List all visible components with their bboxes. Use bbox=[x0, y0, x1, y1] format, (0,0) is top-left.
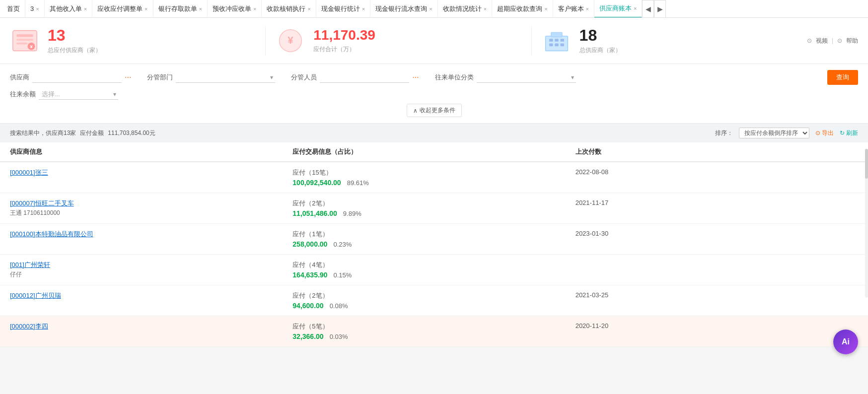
table-row: [001]广州荣轩 仔仔 应付（4笔） 164,635.90 0.15% bbox=[0, 255, 868, 285]
close-icon[interactable]: × bbox=[586, 6, 589, 12]
filter-balance: 往来余额 选择... bbox=[10, 89, 118, 100]
nav-tab-home[interactable]: 首页 bbox=[2, 0, 25, 18]
total-supplier-icon bbox=[542, 26, 572, 56]
ai-label: Ai bbox=[842, 337, 850, 346]
trans-row-5: 94,600.00 0.08% bbox=[292, 302, 575, 310]
close-icon[interactable]: × bbox=[253, 6, 256, 12]
trans-label-3: 应付（1笔） bbox=[292, 230, 575, 239]
nav-tab-cash-query[interactable]: 现金银行流水查询 × bbox=[370, 0, 437, 18]
nav-tab-cash-stat[interactable]: 现金银行统计 × bbox=[316, 0, 370, 18]
nav-tab-overdue-ar[interactable]: 超期应收款查询 × bbox=[492, 0, 553, 18]
supplier-link-6[interactable]: [000002]李四 bbox=[10, 322, 292, 331]
collapse-button[interactable]: ∧ 收起更多条件 bbox=[407, 104, 462, 117]
supplier-input[interactable] bbox=[32, 72, 122, 83]
trans-percent-5: 0.08% bbox=[330, 302, 348, 310]
trans-amount-5: 94,600.00 bbox=[292, 302, 323, 310]
dept-select[interactable] bbox=[176, 72, 275, 83]
close-icon[interactable]: × bbox=[634, 5, 637, 11]
trans-row-2: 11,051,486.00 9.89% bbox=[292, 209, 575, 217]
balance-select-wrapper: 选择... bbox=[39, 89, 118, 100]
nav-tab-home-label: 首页 bbox=[7, 4, 20, 13]
card2-label: 应付合计（万） bbox=[313, 45, 375, 54]
nav-tab-receipt-verify[interactable]: 收款核销执行 × bbox=[262, 0, 316, 18]
nav-tab-bank-deposit[interactable]: 银行存取款单 × bbox=[153, 0, 208, 18]
scrollbar-thumb[interactable] bbox=[865, 149, 868, 179]
lastpay-cell-6: 2020-11-20 bbox=[576, 322, 858, 329]
filter-supplier: 供应商 ··· bbox=[10, 72, 131, 83]
nav-next-arrow[interactable]: ▶ bbox=[654, 0, 666, 18]
card1-content: 13 总应付供应商（家） bbox=[48, 27, 101, 55]
nav-tab-supplier-ledger[interactable]: 供应商账本 × bbox=[594, 0, 642, 18]
filter-row-2: 往来余额 选择... bbox=[10, 89, 858, 100]
nav-tab-customer-label: 客户账本 bbox=[558, 4, 584, 13]
person-dots[interactable]: ··· bbox=[412, 73, 419, 82]
svg-rect-15 bbox=[551, 32, 562, 37]
summary-card-ap-suppliers: ¥ 13 总应付供应商（家） bbox=[10, 26, 266, 56]
result-amount-value: 111,703,854.00元 bbox=[108, 129, 155, 137]
svg-text:¥: ¥ bbox=[30, 44, 33, 49]
close-icon[interactable]: × bbox=[429, 6, 432, 12]
refresh-button[interactable]: ↻ 刷新 bbox=[840, 129, 858, 137]
nav-tab-3[interactable]: 3 × bbox=[25, 0, 45, 18]
ap-total-icon: ¥ bbox=[276, 26, 305, 56]
close-icon[interactable]: × bbox=[199, 6, 202, 12]
col-header-lastpay: 上次付数 bbox=[576, 147, 858, 156]
lastpay-cell-2: 2021-11-17 bbox=[576, 199, 858, 206]
close-icon[interactable]: × bbox=[307, 6, 310, 12]
trans-amount-1: 100,092,540.00 bbox=[292, 179, 341, 187]
nav-tab-ar-ap-adjust[interactable]: 应收应付调整单 × bbox=[92, 0, 153, 18]
sort-select[interactable]: 按应付余额倒序排序 bbox=[739, 128, 809, 138]
close-icon[interactable]: × bbox=[362, 6, 365, 12]
nav-prev-arrow[interactable]: ◀ bbox=[642, 0, 654, 18]
supplier-dots[interactable]: ··· bbox=[125, 73, 131, 82]
top-navigation: 首页 3 × 其他收入单 × 应收应付调整单 × 银行存取款单 × 预收冲应收单… bbox=[0, 0, 868, 18]
close-icon[interactable]: × bbox=[484, 6, 487, 12]
filter-person: 分管人员 ··· bbox=[291, 72, 419, 83]
collapse-icon: ∧ bbox=[413, 107, 418, 114]
category-select[interactable] bbox=[477, 72, 576, 83]
lastpay-cell-1: 2022-08-08 bbox=[576, 168, 858, 176]
table-row: [000012]广州贝瑞 应付（2笔） 94,600.00 0.08% 2021… bbox=[0, 285, 868, 316]
svg-rect-2 bbox=[16, 39, 33, 41]
nav-tab-other-income[interactable]: 其他收入单 × bbox=[45, 0, 92, 18]
supplier-link-1[interactable]: [000001]张三 bbox=[10, 168, 292, 177]
nav-tab-cash-query-label: 现金银行流水查询 bbox=[375, 4, 427, 13]
supplier-link-4[interactable]: [001]广州荣轩 bbox=[10, 261, 292, 269]
supplier-link-3[interactable]: [000100]本特勤油品有限公司 bbox=[10, 230, 292, 239]
nav-tab-customer-ledger[interactable]: 客户账本 × bbox=[553, 0, 594, 18]
help-link[interactable]: 帮助 bbox=[846, 37, 858, 45]
trans-percent-3: 0.23% bbox=[333, 241, 352, 248]
nav-tab-cash-stat-label: 现金银行统计 bbox=[321, 4, 360, 13]
lastpay-cell-5: 2021-03-25 bbox=[576, 291, 858, 299]
supplier-cell-6: [000002]李四 bbox=[10, 322, 292, 331]
balance-select[interactable]: 选择... bbox=[39, 89, 118, 100]
close-icon[interactable]: × bbox=[145, 6, 147, 12]
result-amount-label: 应付金额 bbox=[80, 129, 104, 137]
video-link[interactable]: 视频 bbox=[816, 37, 828, 45]
trans-cell-1: 应付（15笔） 100,092,540.00 89.61% bbox=[292, 168, 575, 187]
last-pay-5: 2021-03-25 bbox=[576, 291, 609, 299]
person-input[interactable] bbox=[320, 72, 409, 83]
close-icon[interactable]: × bbox=[36, 6, 39, 12]
filter-dept: 分管部门 bbox=[147, 72, 275, 83]
close-icon[interactable]: × bbox=[544, 6, 547, 12]
supplier-link-2[interactable]: [000007]恒旺二手叉车 bbox=[10, 199, 292, 208]
card3-label: 总供应商（家） bbox=[579, 46, 621, 55]
export-icon: ⊙ bbox=[815, 130, 820, 136]
close-icon[interactable]: × bbox=[84, 6, 87, 12]
nav-tab-3-label: 3 bbox=[30, 5, 34, 12]
nav-tab-pre-ar[interactable]: 预收冲应收单 × bbox=[208, 0, 262, 18]
export-button[interactable]: ⊙ 导出 bbox=[815, 129, 834, 137]
trans-cell-4: 应付（4笔） 164,635.90 0.15% bbox=[292, 261, 575, 279]
summary-card-total-suppliers: 18 总供应商（家） bbox=[542, 26, 797, 56]
filter-area: 供应商 ··· 分管部门 分管人员 ··· 往来单位分类 查询 bbox=[0, 64, 868, 124]
svg-rect-12 bbox=[549, 44, 553, 47]
supplier-label: 供应商 bbox=[10, 73, 29, 82]
search-button[interactable]: 查询 bbox=[827, 70, 858, 85]
table-row: [000002]李四 应付（5笔） 32,366.00 0.03% 2020-1… bbox=[0, 316, 868, 347]
dept-label: 分管部门 bbox=[147, 73, 173, 82]
supplier-cell-5: [000012]广州贝瑞 bbox=[10, 291, 292, 300]
nav-tab-receipt-stat[interactable]: 收款情况统计 × bbox=[438, 0, 492, 18]
supplier-link-5[interactable]: [000012]广州贝瑞 bbox=[10, 291, 292, 300]
supplier-sub-2: 王通 17106110000 bbox=[10, 209, 292, 217]
